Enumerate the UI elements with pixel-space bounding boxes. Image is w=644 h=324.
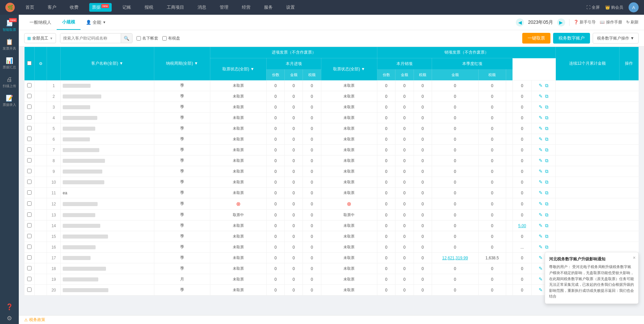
edit-icon[interactable]: ✎ <box>539 104 543 110</box>
digital-account-btn[interactable]: 税务数字账户 <box>553 33 590 44</box>
edit-icon[interactable]: ✎ <box>539 190 543 195</box>
copy-icon[interactable]: ⧉ <box>545 93 548 99</box>
tab-general-taxpayer[interactable]: 一般纳税人 <box>24 15 57 30</box>
copy-icon[interactable]: ⧉ <box>545 201 548 206</box>
row-checkbox[interactable] <box>27 147 32 152</box>
copy-icon[interactable]: ⧉ <box>545 169 548 174</box>
row-checkbox[interactable] <box>27 266 32 270</box>
edit-icon[interactable]: ✎ <box>539 276 543 282</box>
row-checkbox[interactable] <box>27 234 32 238</box>
row-checkbox[interactable] <box>27 137 32 141</box>
nav-fee[interactable]: 收费 <box>67 3 81 12</box>
edit-icon[interactable]: ✎ <box>539 234 543 239</box>
row-checkbox[interactable] <box>27 201 32 206</box>
row-checkbox[interactable] <box>27 255 32 260</box>
edit-icon[interactable]: ✎ <box>539 266 543 271</box>
row-checkbox[interactable] <box>27 223 32 228</box>
row-checkbox[interactable] <box>27 94 32 98</box>
notification-close-btn[interactable]: × <box>633 255 636 260</box>
edit-icon[interactable]: ✎ <box>539 83 543 88</box>
copy-icon[interactable]: ⧉ <box>545 115 548 120</box>
manual-btn[interactable]: 📖 操作手册 <box>600 19 622 25</box>
nav-tax[interactable]: 报税 <box>142 3 156 12</box>
copy-icon[interactable]: ⧉ <box>545 234 548 239</box>
tax-disk-checkbox[interactable] <box>162 36 167 41</box>
edit-icon[interactable]: ✎ <box>539 136 543 142</box>
next-month-btn[interactable]: ▶ <box>557 18 565 26</box>
search-button[interactable]: 🔍 <box>121 34 132 43</box>
row-checkbox[interactable] <box>27 105 32 109</box>
row-checkbox[interactable] <box>27 180 32 184</box>
copy-icon[interactable]: ⧉ <box>545 179 548 185</box>
row-checkbox[interactable] <box>27 115 32 120</box>
nav-home[interactable]: 首页 <box>23 3 37 12</box>
copy-icon[interactable]: ⧉ <box>545 223 548 228</box>
nav-bookkeep[interactable]: 记账 <box>120 3 134 12</box>
row-checkbox[interactable] <box>27 212 32 217</box>
vip-btn[interactable]: 👑 购会员 <box>605 5 623 10</box>
avatar[interactable]: A <box>629 2 639 12</box>
copy-icon[interactable]: ⧉ <box>545 244 548 250</box>
copy-icon[interactable]: ⧉ <box>545 158 548 163</box>
one-click-btn[interactable]: 一键取票 <box>522 33 550 44</box>
ledger-checkbox[interactable] <box>137 36 141 41</box>
edit-icon[interactable]: ✎ <box>539 126 543 131</box>
edit-icon[interactable]: ✎ <box>539 201 543 206</box>
nav-business[interactable]: 工商项目 <box>164 3 187 12</box>
copy-icon[interactable]: ⧉ <box>545 136 548 142</box>
row-checkbox[interactable] <box>27 190 32 195</box>
row-checkbox[interactable] <box>27 245 32 249</box>
red-amount-link[interactable]: 12,621,319.99 <box>442 256 468 260</box>
row-checkbox[interactable] <box>27 83 32 87</box>
digital-action-btn[interactable]: 税务数字账户操作 ▼ <box>593 33 639 44</box>
tab-omnipotent[interactable]: 👤 全能 ▼ <box>80 15 111 30</box>
edit-icon[interactable]: ✎ <box>539 115 543 120</box>
edit-icon[interactable]: ✎ <box>539 287 543 293</box>
edit-icon[interactable]: ✎ <box>539 169 543 174</box>
search-input[interactable] <box>60 34 121 43</box>
copy-icon[interactable]: ⧉ <box>545 212 548 217</box>
row-checkbox[interactable] <box>27 158 32 163</box>
employee-select[interactable]: ▦ 全部员工 ▼ <box>24 33 56 43</box>
fullscreen-btn[interactable]: ⛶ 全屏 <box>586 5 599 10</box>
nav-service[interactable]: 服务 <box>261 3 275 12</box>
edit-icon[interactable]: ✎ <box>539 93 543 99</box>
edit-icon[interactable]: ✎ <box>539 255 543 260</box>
sidebar-item-scan[interactable]: 🖨 扫描上传 <box>0 74 19 91</box>
edit-icon[interactable]: ✎ <box>539 244 543 250</box>
sidebar-item-summary[interactable]: 📊 票据汇总 <box>0 55 19 72</box>
edit-icon[interactable]: ✎ <box>539 223 543 228</box>
copy-icon[interactable]: ⧉ <box>545 104 548 110</box>
sidebar-item-help[interactable]: ❓ <box>4 301 14 313</box>
edit-icon[interactable]: ✎ <box>539 179 543 185</box>
row-checkbox[interactable] <box>27 126 32 130</box>
nav-ops[interactable]: 经营 <box>239 3 253 12</box>
copy-icon[interactable]: ⧉ <box>545 190 548 195</box>
tab-small-scale[interactable]: 小规模 <box>57 15 80 30</box>
nav-message[interactable]: 消息 <box>195 3 209 12</box>
bottom-bar[interactable]: ⚠ 税务政策 <box>19 315 644 324</box>
select-all-checkbox[interactable] <box>27 61 32 65</box>
sidebar-item-smart-ticket[interactable]: 🧾 智能取票 new <box>0 17 19 35</box>
nav-invoice[interactable]: 票据new <box>89 3 112 12</box>
row-checkbox[interactable] <box>27 277 32 281</box>
nav-client[interactable]: 客户 <box>45 3 59 12</box>
sidebar-item-settings[interactable]: ⚙ <box>4 313 14 324</box>
sidebar-item-record[interactable]: 📝 票据录入 <box>0 92 19 110</box>
refresh-btn[interactable]: ↻ 刷新 <box>626 19 639 25</box>
cumulative-link[interactable]: 5.00 <box>518 223 526 228</box>
copy-icon[interactable]: ⧉ <box>545 83 548 88</box>
prev-month-btn[interactable]: ◀ <box>516 18 524 26</box>
tax-disk-checkbox-label[interactable]: 有税盘 <box>162 36 180 41</box>
edit-icon[interactable]: ✎ <box>539 158 543 163</box>
sidebar-item-invoice-open[interactable]: 📋 发票开具 <box>0 36 19 54</box>
row-checkbox[interactable] <box>27 287 32 292</box>
copy-icon[interactable]: ⧉ <box>545 126 548 131</box>
nav-manage[interactable]: 管理 <box>217 3 231 12</box>
copy-icon[interactable]: ⧉ <box>545 147 548 152</box>
row-checkbox[interactable] <box>27 169 32 173</box>
edit-icon[interactable]: ✎ <box>539 147 543 152</box>
wizard-btn[interactable]: ❓ 新手引导 <box>574 19 596 25</box>
nav-settings[interactable]: 设置 <box>283 3 298 12</box>
edit-icon[interactable]: ✎ <box>539 212 543 217</box>
